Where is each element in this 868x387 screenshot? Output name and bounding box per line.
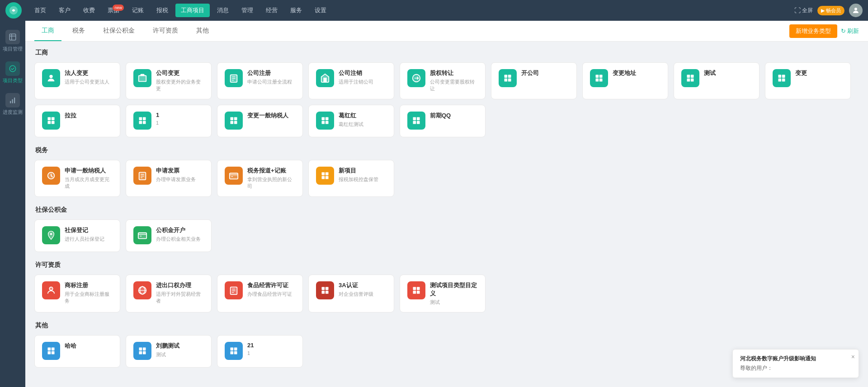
nav-message[interactable]: 消息 <box>212 4 234 17</box>
vip-button[interactable]: ▶ 畅会员 <box>817 6 844 15</box>
card-equity-transfer[interactable]: 股权转让 公司变更需要股权转让 <box>400 62 486 99</box>
notification-close-button[interactable]: × <box>851 353 855 360</box>
svg-rect-1 <box>9 34 16 40</box>
lala-title: 拉拉 <box>65 112 113 120</box>
card-lala[interactable]: 拉拉 <box>34 105 120 137</box>
nav-home[interactable]: 首页 <box>29 4 52 17</box>
liupeng-test-desc: 测试 <box>156 351 204 358</box>
logo[interactable] <box>5 2 22 19</box>
card-food-license[interactable]: 食品经营许可证 办理食品经营许可证 <box>217 275 303 312</box>
sidebar-item-project-mgmt[interactable]: 项目管理 <box>0 25 25 57</box>
sidebar-item-progress[interactable]: 进度监测 <box>0 89 25 120</box>
svg-rect-93 <box>234 351 237 354</box>
company-change-desc: 股权变更外的业务变更 <box>156 79 204 93</box>
svg-rect-76 <box>322 290 325 294</box>
front-qq-title: 前期QQ <box>430 112 478 120</box>
card-company-register[interactable]: 公司注册 申请公司注册全流程 <box>217 62 303 99</box>
svg-rect-46 <box>326 121 329 124</box>
card-company-cancel[interactable]: 公司注销 适用于注销公司 <box>308 62 394 99</box>
tab-tax[interactable]: 税务 <box>65 21 92 41</box>
nav-client[interactable]: 客户 <box>53 4 76 17</box>
card-social-register[interactable]: 社保登记 进行人员社保登记 <box>34 219 120 252</box>
social-register-desc: 进行人员社保登记 <box>65 236 113 242</box>
card-company-change[interactable]: 公司变更 股权变更外的业务变更 <box>126 62 212 99</box>
card-import-export[interactable]: 进出口权办理 适用于对外贸易经营者 <box>126 275 212 312</box>
card-cert-3a[interactable]: 3A认证 对企业信誉评级 <box>308 275 394 312</box>
user-avatar[interactable] <box>849 4 863 17</box>
new-type-button[interactable]: 新增业务类型 <box>789 24 837 38</box>
svg-rect-87 <box>143 347 146 350</box>
nav-manage[interactable]: 管理 <box>236 4 259 17</box>
company-register-desc: 申请公司注册全流程 <box>247 79 295 85</box>
card-change[interactable]: 变更 <box>765 62 851 99</box>
svg-rect-35 <box>139 117 142 120</box>
svg-rect-9 <box>139 76 146 82</box>
svg-rect-17 <box>505 79 508 82</box>
company-cancel-desc: 适用于注销公司 <box>339 79 387 85</box>
card-num21[interactable]: 21 1 <box>217 335 303 368</box>
social-register-icon <box>42 226 60 244</box>
svg-rect-39 <box>231 117 234 120</box>
svg-rect-40 <box>234 117 237 120</box>
svg-rect-80 <box>413 290 416 294</box>
svg-rect-27 <box>778 75 782 78</box>
card-liupeng-test[interactable]: 刘鹏测试 测试 <box>126 335 212 368</box>
tab-industry[interactable]: 工商 <box>34 21 61 41</box>
card-test[interactable]: 测试 <box>674 62 760 99</box>
import-export-desc: 适用于对外贸易经营者 <box>156 291 204 305</box>
change-icon <box>773 69 791 87</box>
card-open-company[interactable]: 开公司 <box>491 62 577 99</box>
tab-other[interactable]: 其他 <box>189 21 216 41</box>
card-haha[interactable]: 哈哈 <box>34 335 120 368</box>
card-num1[interactable]: 1 1 <box>126 105 212 137</box>
refresh-button[interactable]: ↻ 刷新 <box>841 27 859 35</box>
nav-industry[interactable]: 工商项目 <box>175 4 210 17</box>
haha-title: 哈哈 <box>65 342 113 350</box>
card-new-project[interactable]: 新项目 报税加税控盘保管 <box>308 160 394 197</box>
trademark-title: 商标注册 <box>65 281 113 289</box>
card-fund-account[interactable]: 公积金开户 办理公积金相关业务 <box>126 219 212 252</box>
card-mohonghong[interactable]: 葛红红 葛红红测试 <box>308 105 394 137</box>
svg-rect-88 <box>139 351 142 354</box>
change-address-title: 变更地址 <box>613 69 660 77</box>
nav-tax[interactable]: 报税 <box>151 4 174 17</box>
card-apply-tax[interactable]: 申请一般纳税人 当月或次月成变更完成 <box>34 160 120 197</box>
section-tax: 税务 申请一般纳税人 当月或次月成变更完成 申请发 <box>34 146 859 197</box>
nav-accounting[interactable]: 记账 <box>127 4 149 17</box>
card-change-address[interactable]: 变更地址 <box>582 62 668 99</box>
svg-rect-33 <box>48 121 51 124</box>
card-test-type[interactable]: 测试项目类型目定义 测试 <box>400 275 486 312</box>
svg-rect-85 <box>52 351 55 354</box>
card-trademark[interactable]: 商标注册 用于企业商标注册服务 <box>34 275 120 312</box>
num21-title: 21 <box>247 342 295 349</box>
card-apply-invoice[interactable]: 申请发票 办理申请发票业务 <box>126 160 212 197</box>
card-change-tax[interactable]: 变更一般纳税人 <box>217 105 303 137</box>
nav-operations[interactable]: 经营 <box>260 4 283 17</box>
card-front-qq[interactable]: 前期QQ <box>400 105 486 137</box>
nav-settings[interactable]: 设置 <box>309 4 332 17</box>
cert-3a-title: 3A认证 <box>339 281 387 289</box>
nav-service[interactable]: 服务 <box>285 4 307 17</box>
test-title: 测试 <box>704 69 752 77</box>
tax-cards: 申请一般纳税人 当月或次月成变更完成 申请发票 办理申请发票业务 <box>34 160 859 197</box>
legal-change-icon <box>42 69 60 87</box>
test-type-icon <box>407 281 425 299</box>
tab-license[interactable]: 许可资质 <box>146 21 185 41</box>
new-project-icon <box>316 167 334 185</box>
section-tax-title: 税务 <box>34 146 859 154</box>
svg-rect-83 <box>52 347 55 350</box>
nav-tickets[interactable]: 票据 new <box>102 4 125 17</box>
fullscreen-button[interactable]: ⛶ 全屏 <box>794 7 813 14</box>
sidebar-item-project-type[interactable]: 项目类型 <box>0 57 25 89</box>
section-social: 社保公积金 社保登记 进行人员社保登记 公积金开户 <box>34 206 859 252</box>
svg-rect-26 <box>691 79 694 82</box>
nav-items: 首页 客户 收费 票据 new 记账 报税 工商项目 消息 管理 经营 服务 设… <box>29 4 794 17</box>
card-legal-change[interactable]: 法人变更 适用于公司变更法人 <box>34 62 120 99</box>
apply-tax-desc: 当月或次月成变更完成 <box>65 176 113 190</box>
card-tax-report[interactable]: 税务报道+记账 拿到营业执照的新公司 <box>217 160 303 197</box>
num1-icon <box>133 112 151 130</box>
nav-billing[interactable]: 收费 <box>78 4 100 17</box>
svg-rect-31 <box>48 117 51 120</box>
svg-rect-50 <box>417 121 420 124</box>
tab-social[interactable]: 社保公积金 <box>96 21 142 41</box>
